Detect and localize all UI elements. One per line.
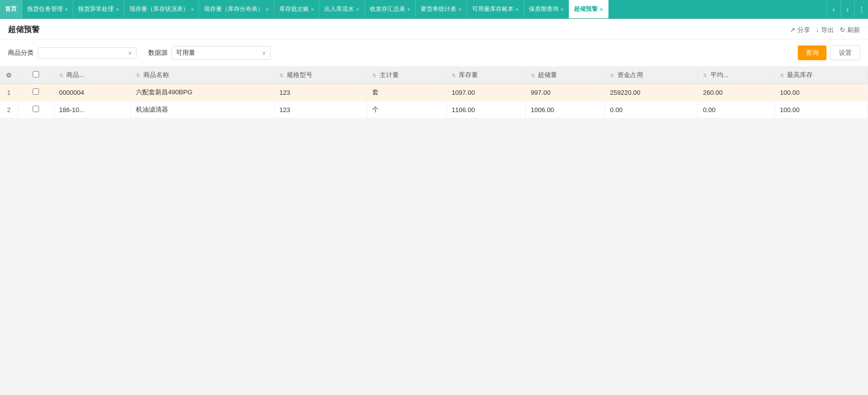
nav-tab-close-order-stat[interactable]: × bbox=[458, 6, 461, 12]
cell-max_stock-0: 100.00 bbox=[775, 84, 868, 101]
nav-prev-button[interactable]: ‹ bbox=[826, 0, 840, 19]
nav-tab-close-inventory-status[interactable]: × bbox=[191, 6, 194, 12]
nav-arrows: ‹ › ⋮ bbox=[826, 0, 868, 19]
settings-button[interactable]: 设置 bbox=[830, 45, 860, 60]
nav-tab-inout[interactable]: 出入库流水× bbox=[319, 0, 364, 18]
sort-icon-spec: ⇅ bbox=[279, 73, 283, 78]
cell-rownum-1: 2 bbox=[0, 101, 18, 118]
nav-tab-close-collect[interactable]: × bbox=[407, 6, 410, 12]
row-checkbox-1[interactable] bbox=[33, 106, 39, 112]
cell-capital-0: 259220.00 bbox=[605, 84, 698, 101]
row-checkbox-0[interactable] bbox=[33, 88, 39, 95]
page-content: 超储预警 ↗ 分享 ↓ 导出 ↻ 刷新 商品分类 bbox=[0, 19, 868, 118]
app-container: 首页拣货任务管理×拣货异常处理×现存量（库存状况表）×现存量（库存分布表）×库存… bbox=[0, 0, 868, 118]
nav-tab-label-order-stat: 要货单统计表 bbox=[421, 5, 456, 13]
top-nav: 首页拣货任务管理×拣货异常处理×现存量（库存状况表）×现存量（库存分布表）×库存… bbox=[0, 0, 868, 19]
column-capital[interactable]: ⇅ 资金占用 bbox=[605, 67, 698, 84]
category-select[interactable]: ∨ bbox=[38, 47, 136, 59]
nav-tab-close-inventory-dist[interactable]: × bbox=[265, 6, 268, 12]
nav-more-button[interactable]: ⋮ bbox=[854, 0, 868, 19]
cell-avg-1: 0.00 bbox=[698, 101, 775, 118]
select-all-checkbox[interactable] bbox=[33, 71, 39, 78]
category-filter-group: 商品分类 ∨ bbox=[8, 47, 136, 59]
column-stock[interactable]: ⇅ 库存量 bbox=[446, 67, 525, 84]
column-product-name[interactable]: ⇅ 商品名称 bbox=[131, 67, 274, 84]
sort-icon-unit: ⇅ bbox=[372, 73, 376, 78]
nav-tab-close-abnormal[interactable]: × bbox=[116, 6, 119, 12]
share-icon: ↗ bbox=[790, 26, 795, 34]
nav-tab-inventory-dist[interactable]: 现存量（库存分布表）× bbox=[199, 0, 274, 18]
cell-spec-1: 123 bbox=[274, 101, 367, 118]
table-row: 10000004六配套新昌490BPG123套1097.00997.002592… bbox=[0, 84, 868, 101]
query-button[interactable]: 查询 bbox=[798, 45, 826, 60]
cell-max_stock-1: 100.00 bbox=[775, 101, 868, 118]
nav-tab-label-quality: 保质期查询 bbox=[529, 5, 559, 13]
nav-tab-label-inout: 出入库流水 bbox=[324, 5, 354, 13]
refresh-button[interactable]: ↻ 刷新 bbox=[840, 26, 860, 35]
nav-tab-label-available: 可用量库存账本 bbox=[472, 5, 514, 13]
nav-tab-label-overstock: 超储预警 bbox=[574, 5, 598, 13]
nav-tab-close-overstock[interactable]: × bbox=[600, 6, 603, 12]
nav-tab-close-quality[interactable]: × bbox=[561, 6, 564, 12]
nav-tab-quality[interactable]: 保质期查询× bbox=[524, 0, 569, 18]
sort-icon-avg: ⇅ bbox=[703, 73, 707, 78]
nav-tab-label-collect: 收发存汇总表 bbox=[370, 5, 405, 13]
nav-tab-order-stat[interactable]: 要货单统计表× bbox=[416, 0, 467, 18]
nav-tab-close-available[interactable]: × bbox=[516, 6, 519, 12]
column-spec[interactable]: ⇅ 规格型号 bbox=[274, 67, 367, 84]
page-title: 超储预警 bbox=[8, 25, 40, 35]
nav-tab-collect[interactable]: 收发存汇总表× bbox=[365, 0, 416, 18]
nav-tab-label-task: 拣货任务管理 bbox=[27, 5, 63, 13]
nav-tab-label-batch: 库存批次账 bbox=[279, 5, 309, 13]
column-unit[interactable]: ⇅ 主计量 bbox=[367, 67, 446, 84]
nav-tab-close-inout[interactable]: × bbox=[356, 6, 359, 12]
column-gear[interactable]: ⚙ bbox=[0, 67, 18, 84]
cell-product_code-0: 0000004 bbox=[54, 84, 131, 101]
nav-tab-home[interactable]: 首页 bbox=[0, 0, 22, 18]
cell-overstock-0: 997.00 bbox=[525, 84, 605, 101]
cell-checkbox-1[interactable] bbox=[18, 101, 54, 118]
nav-tab-close-batch[interactable]: × bbox=[311, 6, 314, 12]
datasource-label: 数据源 bbox=[148, 48, 168, 57]
column-overstock[interactable]: ⇅ 超储量 bbox=[525, 67, 605, 84]
share-button[interactable]: ↗ 分享 bbox=[790, 26, 810, 35]
nav-next-button[interactable]: › bbox=[840, 0, 854, 19]
datasource-select[interactable]: 可用量 ∨ bbox=[172, 46, 270, 60]
table-header-row: ⚙ ⇅ 商品... ⇅ 商品名称 bbox=[0, 67, 868, 84]
gear-icon: ⚙ bbox=[6, 72, 12, 79]
cell-avg-0: 260.00 bbox=[698, 84, 775, 101]
nav-tab-inventory-status[interactable]: 现存量（库存状况表）× bbox=[125, 0, 199, 18]
nav-tab-close-task[interactable]: × bbox=[65, 6, 68, 12]
table-row: 2186-10...机油滤清器123个1106.001006.000.000.0… bbox=[0, 101, 868, 118]
cell-capital-1: 0.00 bbox=[605, 101, 698, 118]
cell-rownum-0: 1 bbox=[0, 84, 18, 101]
export-button[interactable]: ↓ 导出 bbox=[816, 26, 834, 35]
category-label: 商品分类 bbox=[8, 48, 34, 57]
action-buttons: 查询 设置 bbox=[798, 45, 860, 60]
nav-tab-label-inventory-status: 现存量（库存状况表） bbox=[130, 5, 189, 13]
chevron-down-icon: ∨ bbox=[128, 50, 132, 56]
column-avg[interactable]: ⇅ 平均... bbox=[698, 67, 775, 84]
nav-tab-abnormal[interactable]: 拣货异常处理× bbox=[73, 0, 124, 18]
column-max-stock[interactable]: ⇅ 最高库存 bbox=[775, 67, 868, 84]
cell-unit-0: 套 bbox=[367, 84, 446, 101]
nav-tab-available[interactable]: 可用量库存账本× bbox=[467, 0, 524, 18]
datasource-value: 可用量 bbox=[176, 48, 195, 57]
filter-area: 商品分类 ∨ 数据源 可用量 ∨ 查询 设置 bbox=[0, 40, 868, 67]
cell-product_code-1: 186-10... bbox=[54, 101, 131, 118]
nav-tab-task[interactable]: 拣货任务管理× bbox=[22, 0, 73, 18]
column-product-code[interactable]: ⇅ 商品... bbox=[54, 67, 131, 84]
cell-stock-0: 1097.00 bbox=[446, 84, 525, 101]
datasource-filter-group: 数据源 可用量 ∨ bbox=[148, 46, 270, 60]
column-checkbox[interactable] bbox=[18, 67, 54, 84]
cell-product_name-1: 机油滤清器 bbox=[131, 101, 274, 118]
cell-stock-1: 1106.00 bbox=[446, 101, 525, 118]
page-header: 超储预警 ↗ 分享 ↓ 导出 ↻ 刷新 bbox=[0, 19, 868, 40]
data-table: ⚙ ⇅ 商品... ⇅ 商品名称 bbox=[0, 67, 868, 118]
cell-overstock-1: 1006.00 bbox=[525, 101, 605, 118]
nav-tab-overstock[interactable]: 超储预警× bbox=[569, 0, 608, 18]
table-container: ⚙ ⇅ 商品... ⇅ 商品名称 bbox=[0, 67, 868, 118]
sort-icon: ⇅ bbox=[59, 73, 63, 78]
nav-tab-batch[interactable]: 库存批次账× bbox=[274, 0, 319, 18]
cell-checkbox-0[interactable] bbox=[18, 84, 54, 101]
